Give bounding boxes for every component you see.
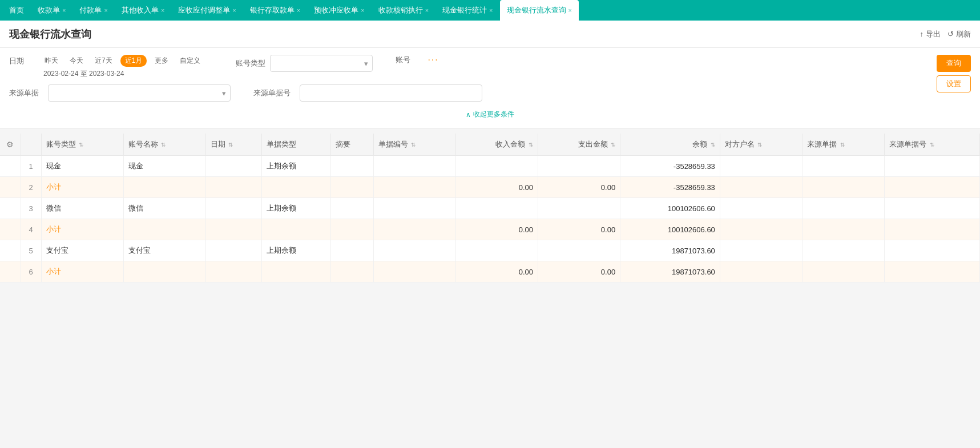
account-type-label: 账号类型 bbox=[236, 58, 265, 68]
col-doc-no[interactable]: 单据编号 ⇅ bbox=[373, 134, 455, 156]
nav-bank-deposit[interactable]: 银行存取款单 × bbox=[243, 0, 307, 21]
top-navigation: 首页 收款单 × 付款单 × 其他收入单 × 应收应付调整单 × 银行存取款单 … bbox=[0, 0, 980, 21]
date-yesterday[interactable]: 昨天 bbox=[41, 55, 62, 67]
collapse-bar[interactable]: ∧ 收起更多条件 bbox=[9, 107, 971, 122]
nav-receipt-exec[interactable]: 收款核销执行 × bbox=[372, 0, 435, 21]
row-party bbox=[720, 261, 802, 282]
close-icon[interactable]: × bbox=[161, 7, 164, 14]
row-account-type: 现金 bbox=[41, 156, 123, 177]
col-account-name[interactable]: 账号名称 ⇅ bbox=[123, 134, 205, 156]
col-summary: 摘要 bbox=[330, 134, 373, 156]
row-doc-no bbox=[373, 198, 455, 219]
account-label: 账号 bbox=[396, 55, 423, 65]
date-1month[interactable]: 近1月 bbox=[120, 55, 147, 67]
row-balance: 100102606.60 bbox=[620, 219, 720, 240]
row-number: 2 bbox=[21, 177, 41, 198]
row-date bbox=[205, 156, 262, 177]
close-icon[interactable]: × bbox=[297, 7, 300, 14]
row-summary bbox=[330, 177, 373, 198]
source-doc-select[interactable] bbox=[48, 84, 231, 102]
table-row: 5 支付宝 支付宝 上期余额 19871073.60 bbox=[0, 240, 980, 261]
close-icon[interactable]: × bbox=[425, 7, 429, 14]
row-number: 3 bbox=[21, 198, 41, 219]
col-account-type[interactable]: 账号类型 ⇅ bbox=[41, 134, 123, 156]
sort-icon: ⇅ bbox=[840, 142, 845, 148]
row-date bbox=[205, 177, 262, 198]
close-icon[interactable]: × bbox=[232, 7, 236, 14]
nav-ar-ap-adjust[interactable]: 应收应付调整单 × bbox=[171, 0, 243, 21]
close-icon[interactable]: × bbox=[361, 7, 364, 14]
row-income bbox=[455, 156, 538, 177]
sort-icon: ⇅ bbox=[757, 142, 762, 148]
row-doc-no bbox=[373, 219, 455, 240]
nav-prepaid-writeoff[interactable]: 预收冲应收单 × bbox=[307, 0, 371, 21]
row-source-doc-no bbox=[885, 156, 980, 177]
col-expense[interactable]: 支出金额 ⇅ bbox=[538, 134, 620, 156]
sort-icon: ⇅ bbox=[411, 142, 416, 148]
row-account-type: 小计 bbox=[41, 261, 123, 282]
row-date bbox=[205, 198, 262, 219]
header-actions: ↑ 导出 ↺ 刷新 bbox=[920, 29, 971, 39]
row-summary bbox=[330, 156, 373, 177]
row-num-header bbox=[21, 134, 41, 156]
row-account-name bbox=[123, 177, 205, 198]
row-number: 1 bbox=[21, 156, 41, 177]
table-settings-icon[interactable]: ⚙ bbox=[6, 140, 14, 149]
date-custom[interactable]: 自定义 bbox=[176, 55, 204, 67]
export-button[interactable]: ↑ 导出 bbox=[920, 29, 941, 39]
col-source-doc-no[interactable]: 来源单据号 ⇅ bbox=[885, 134, 980, 156]
col-party[interactable]: 对方户名 ⇅ bbox=[720, 134, 802, 156]
row-source-doc bbox=[802, 156, 884, 177]
row-checkbox-cell bbox=[0, 240, 21, 261]
nav-cash-bank-stats[interactable]: 现金银行统计 × bbox=[435, 0, 499, 21]
source-doc-no-input[interactable] bbox=[300, 84, 482, 102]
close-icon[interactable]: × bbox=[568, 7, 572, 14]
date-7days[interactable]: 近7天 bbox=[91, 55, 116, 67]
row-source-doc-no bbox=[885, 219, 980, 240]
row-number: 4 bbox=[21, 219, 41, 240]
date-options: 昨天 今天 近7天 近1月 更多 自定义 bbox=[41, 55, 204, 67]
sort-icon: ⇅ bbox=[228, 142, 233, 148]
row-number: 5 bbox=[21, 240, 41, 261]
row-account-name bbox=[123, 219, 205, 240]
account-type-select[interactable] bbox=[270, 55, 373, 72]
nav-home[interactable]: 首页 bbox=[2, 0, 31, 21]
nav-payment[interactable]: 付款单 × bbox=[72, 0, 114, 21]
close-icon[interactable]: × bbox=[104, 7, 107, 14]
col-date[interactable]: 日期 ⇅ bbox=[205, 134, 262, 156]
row-source-doc-no bbox=[885, 261, 980, 282]
nav-other-income[interactable]: 其他收入单 × bbox=[115, 0, 171, 21]
row-doc-type bbox=[262, 261, 330, 282]
account-ellipsis-button[interactable]: ··· bbox=[428, 55, 438, 65]
sort-icon: ⇅ bbox=[79, 142, 83, 148]
row-source-doc-no bbox=[885, 240, 980, 261]
col-source-doc[interactable]: 来源单据 ⇅ bbox=[802, 134, 884, 156]
date-more[interactable]: 更多 bbox=[151, 55, 172, 67]
row-doc-no bbox=[373, 240, 455, 261]
row-checkbox-cell bbox=[0, 219, 21, 240]
row-account-type: 支付宝 bbox=[41, 240, 123, 261]
nav-cash-bank-flow[interactable]: 现金银行流水查询 × bbox=[500, 0, 579, 21]
col-balance[interactable]: 余额 ⇅ bbox=[620, 134, 720, 156]
row-party bbox=[720, 156, 802, 177]
settings-button[interactable]: 设置 bbox=[937, 75, 971, 92]
sort-icon: ⇅ bbox=[711, 142, 715, 148]
table-row: 2 小计 0.00 0.00 -3528659.33 bbox=[0, 177, 980, 198]
nav-receipt[interactable]: 收款单 × bbox=[31, 0, 72, 21]
row-balance: -3528659.33 bbox=[620, 156, 720, 177]
row-source-doc bbox=[802, 261, 884, 282]
row-account-type: 小计 bbox=[41, 177, 123, 198]
source-doc-select-wrapper bbox=[48, 84, 231, 102]
source-doc-label: 来源单据 bbox=[9, 88, 39, 98]
close-icon[interactable]: × bbox=[489, 7, 493, 14]
refresh-button[interactable]: ↺ 刷新 bbox=[947, 29, 971, 39]
row-summary bbox=[330, 240, 373, 261]
date-today[interactable]: 今天 bbox=[66, 55, 87, 67]
query-button[interactable]: 查询 bbox=[937, 55, 971, 72]
row-party bbox=[720, 219, 802, 240]
row-doc-type bbox=[262, 177, 330, 198]
row-party bbox=[720, 177, 802, 198]
close-icon[interactable]: × bbox=[62, 7, 66, 14]
table-row: 4 小计 0.00 0.00 100102606.60 bbox=[0, 219, 980, 240]
col-income[interactable]: 收入金额 ⇅ bbox=[455, 134, 538, 156]
